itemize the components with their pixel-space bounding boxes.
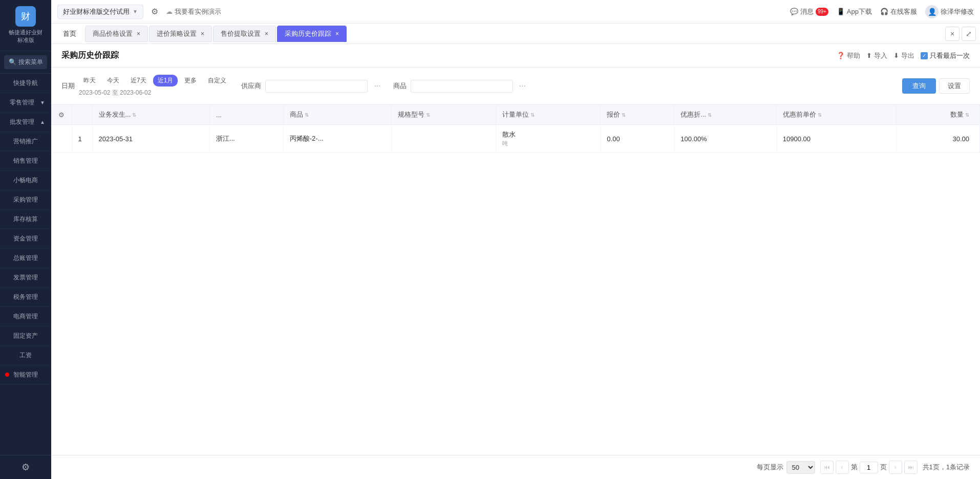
only-latest-checkbox-icon[interactable]	[921, 52, 928, 59]
sidebar-item-marketing[interactable]: 营销推广	[0, 132, 51, 151]
th-more-cols[interactable]: ...	[210, 105, 284, 125]
per-page-control: 每页显示 20 50 100	[757, 461, 815, 474]
th-goods[interactable]: 商品⇅	[283, 105, 391, 125]
only-latest-filter[interactable]: 只看最后一次	[921, 51, 970, 60]
goods-filter-dots[interactable]: ···	[517, 81, 528, 91]
th-settings[interactable]: ⚙	[51, 105, 72, 125]
tab-purchase-history[interactable]: 采购历史价跟踪 ×	[277, 26, 347, 42]
export-action[interactable]: ⬇ 导出	[893, 51, 914, 60]
user-info[interactable]: 👤 徐泽华修改	[925, 5, 974, 18]
sidebar-item-purchase[interactable]: 采购管理	[0, 190, 51, 210]
date-btn-more[interactable]: 更多	[180, 75, 201, 86]
purchase-history-close-icon[interactable]: ×	[335, 30, 339, 37]
wholesale-arrow: ▲	[40, 119, 45, 125]
sort-icon-goods: ⇅	[305, 112, 309, 118]
sales-label: 销售管理	[13, 157, 38, 165]
sidebar-item-ecommerce[interactable]: 电商管理	[0, 307, 51, 326]
td-pre-discount-price: 10900.00	[776, 125, 897, 153]
pagination-bar: 每页显示 20 50 100 ⏮ ‹ 第 页 › ⏭ 共1页，1条记录	[51, 455, 980, 479]
tabs-bar: 首页 商品价格设置 × 进价策略设置 × 售价提取设置 × 采购历史价跟踪 × …	[51, 24, 980, 44]
th-business-date[interactable]: 业务发生...⇅	[92, 105, 210, 125]
sidebar-item-retail[interactable]: 零售管理 ▼	[0, 93, 51, 113]
first-page-button[interactable]: ⏮	[820, 461, 834, 474]
th-pre-discount-price[interactable]: 优惠前单价⇅	[776, 105, 897, 125]
th-price[interactable]: 报价⇅	[601, 105, 674, 125]
smart-dot	[5, 373, 9, 377]
th-discount[interactable]: 优惠折...⇅	[674, 105, 776, 125]
tab-purchase-strategy[interactable]: 进价策略设置 ×	[149, 26, 212, 42]
app-download-action[interactable]: 📱 App下载	[837, 7, 872, 16]
sidebar-settings[interactable]: ⚙	[0, 455, 51, 479]
sidebar-item-quick-nav[interactable]: 快捷导航	[0, 74, 51, 93]
ecommerce-small-label: 小畅电商	[13, 176, 38, 185]
sidebar-item-tax[interactable]: 税务管理	[0, 288, 51, 307]
sort-icon-price: ⇅	[622, 112, 626, 118]
general-ledger-label: 总账管理	[13, 254, 38, 263]
sidebar-item-fixed-assets[interactable]: 固定资产	[0, 326, 51, 346]
settings-button[interactable]: 设置	[939, 78, 970, 94]
tab-home[interactable]: 首页	[55, 26, 84, 42]
sidebar-item-sales[interactable]: 销售管理	[0, 151, 51, 171]
supplier-filter-input[interactable]	[265, 80, 368, 93]
goods-filter-input[interactable]	[411, 80, 513, 93]
supplier-filter-dots[interactable]: ···	[372, 81, 382, 91]
date-btn-yesterday[interactable]: 昨天	[79, 75, 100, 86]
sidebar-item-smart[interactable]: 智能管理	[0, 365, 51, 385]
purchase-strategy-close-icon[interactable]: ×	[201, 30, 204, 37]
help-action[interactable]: ❓ 帮助	[837, 51, 860, 60]
td-spec	[391, 125, 496, 153]
import-action[interactable]: ⬆ 导入	[866, 51, 887, 60]
page-label-pre: 第	[851, 463, 858, 472]
sidebar-item-general-ledger[interactable]: 总账管理	[0, 249, 51, 268]
filter-row: 日期 昨天 今天 近7天 近1月 更多 自定义 2023-05-02 至 202…	[61, 75, 970, 97]
invoice-label: 发票管理	[13, 273, 38, 282]
supplier-filter-group: 供应商 ···	[241, 80, 382, 93]
table-row: 1 2023-05-31 浙江... 丙烯酸-2-... 散水吨 0.00 10…	[51, 125, 980, 153]
sidebar-item-inventory[interactable]: 库存核算	[0, 210, 51, 229]
date-btn-custom[interactable]: 自定义	[203, 75, 231, 86]
version-dropdown[interactable]: 好业财标准版交付试用 ▼	[57, 5, 143, 19]
td-unit: 散水吨	[496, 125, 600, 153]
header-settings-button[interactable]: ⚙	[147, 5, 162, 19]
sidebar-item-finance[interactable]: 资金管理	[0, 229, 51, 249]
online-service-action[interactable]: 🎧 在线客服	[880, 7, 917, 16]
sidebar-search[interactable]: 🔍 搜索菜单	[0, 51, 51, 74]
search-menu-button[interactable]: 🔍 搜索菜单	[4, 55, 47, 69]
tab-sale-extract[interactable]: 售价提取设置 ×	[213, 26, 276, 42]
date-btn-today[interactable]: 今天	[102, 75, 124, 86]
th-quantity[interactable]: 数量⇅	[897, 105, 980, 125]
date-btn-last7days[interactable]: 近7天	[126, 75, 151, 86]
last-page-button[interactable]: ⏭	[904, 461, 918, 474]
th-spec[interactable]: 规格型号⇅	[391, 105, 496, 125]
tab-close-button[interactable]: ×	[945, 27, 960, 41]
date-btn-last1month[interactable]: 近1月	[153, 75, 178, 86]
td-seq: 1	[72, 125, 92, 153]
demo-text: 我要看实例演示	[175, 7, 221, 16]
td-price: 0.00	[601, 125, 674, 153]
sidebar-item-ecommerce-small[interactable]: 小畅电商	[0, 171, 51, 190]
per-page-label: 每页显示	[757, 463, 783, 472]
only-latest-label: 只看最后一次	[930, 51, 970, 60]
messages-label: 消息	[800, 7, 814, 16]
page-number-input[interactable]	[860, 462, 878, 473]
filter-area: 日期 昨天 今天 近7天 近1月 更多 自定义 2023-05-02 至 202…	[51, 68, 980, 105]
sidebar-item-payroll[interactable]: 工资	[0, 346, 51, 365]
prev-page-button[interactable]: ‹	[836, 461, 849, 474]
demo-button[interactable]: ☁ 我要看实例演示	[166, 7, 221, 16]
sale-extract-close-icon[interactable]: ×	[265, 30, 268, 37]
tab-price-settings[interactable]: 商品价格设置 ×	[85, 26, 148, 42]
retail-arrow: ▼	[40, 100, 45, 105]
per-page-select[interactable]: 20 50 100	[786, 461, 815, 474]
tab-expand-button[interactable]: ⤢	[962, 27, 976, 41]
date-filter-buttons: 昨天 今天 近7天 近1月 更多 自定义	[79, 75, 231, 86]
price-settings-close-icon[interactable]: ×	[137, 30, 140, 37]
settings-icon[interactable]: ⚙	[22, 462, 30, 473]
sidebar-item-invoice[interactable]: 发票管理	[0, 268, 51, 288]
sidebar-item-wholesale[interactable]: 批发管理 ▲	[0, 113, 51, 132]
column-settings-icon[interactable]: ⚙	[58, 111, 65, 119]
next-page-button[interactable]: ›	[889, 461, 902, 474]
query-button[interactable]: 查询	[902, 78, 936, 94]
th-unit[interactable]: 计量单位⇅	[496, 105, 600, 125]
messages-action[interactable]: 💬 消息 99+	[790, 7, 828, 16]
td-quantity: 30.00	[897, 125, 980, 153]
